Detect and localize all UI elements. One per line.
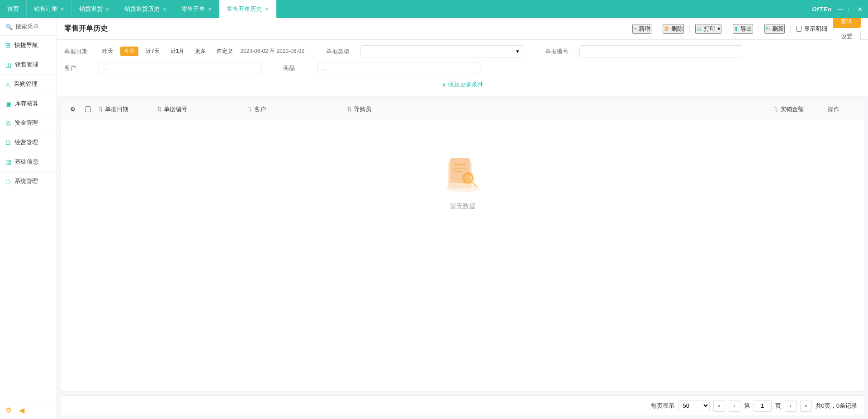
last-page-button[interactable]: » <box>800 400 812 412</box>
first-page-icon: « <box>717 403 721 409</box>
page-header: 零售开单历史 + 新增 🗑 删除 🖨 打印 ▾ <box>57 18 868 40</box>
content-area: 零售开单历史 + 新增 🗑 删除 🖨 打印 ▾ <box>57 18 868 419</box>
customer-input[interactable]: ... <box>99 62 261 74</box>
date-btn-yesterday[interactable]: 昨天 <box>99 47 117 56</box>
tab-retail-history-close[interactable]: ✕ <box>265 6 269 12</box>
collapse-label: 收起更多条件 <box>448 80 484 89</box>
sidebar-search[interactable]: 🔍 搜索采单 <box>0 18 57 36</box>
table-checkbox-all[interactable] <box>81 106 95 112</box>
tab-retail-open-close[interactable]: ✕ <box>208 6 212 12</box>
basic-info-icon: ▦ <box>5 158 11 165</box>
date-btn-last-month[interactable]: 近1月 <box>167 47 188 56</box>
sidebar-item-system[interactable]: ◌ 系统管理 <box>0 172 57 191</box>
refresh-button[interactable]: ↻ 刷新 <box>764 24 785 34</box>
quick-nav-icon: ⊞ <box>5 42 11 49</box>
collapse-button[interactable]: ∧ 收起更多条件 <box>442 79 484 90</box>
print-label: 打印 <box>704 25 716 33</box>
tab-sales-return-close[interactable]: ✕ <box>105 6 109 12</box>
prev-page-button[interactable]: ‹ <box>729 400 740 412</box>
sidebar-item-sales-mgmt[interactable]: ◫ 销售管理 <box>0 55 57 75</box>
add-button[interactable]: + 新增 <box>632 24 651 34</box>
empty-icon <box>440 155 485 195</box>
empty-state: 暂无数据 <box>61 118 864 247</box>
sidebar-item-sales-mgmt-label: 销售管理 <box>15 61 38 69</box>
system-icon: ◌ <box>5 178 11 185</box>
th-customer[interactable]: ⇅ 客户 <box>244 105 343 113</box>
sidebar-item-quick-nav[interactable]: ⊞ 快捷导航 <box>0 36 57 55</box>
page-input[interactable] <box>754 400 772 412</box>
sidebar: 🔍 搜索采单 ⊞ 快捷导航 ◫ 销售管理 ◬ 采购管理 ▣ 库存核算 ◎ 资金管… <box>0 18 57 419</box>
next-page-button[interactable]: › <box>785 400 797 412</box>
print-button[interactable]: 🖨 打印 ▾ <box>695 24 721 34</box>
tab-retail-open[interactable]: 零售开单 ✕ <box>174 0 219 18</box>
nav-tabs: 首页 销售订单 ✕ 销货退货 ✕ 销货退货历史 ✕ 零售开单 ✕ 零售开单历史 … <box>0 0 812 18</box>
type-select[interactable]: ▾ <box>360 45 523 57</box>
filter-collapse-row: ∧ 收起更多条件 <box>64 79 861 90</box>
tab-sales-order-close[interactable]: ✕ <box>60 6 64 12</box>
operations-icon: ⊡ <box>5 139 11 146</box>
tab-sales-return[interactable]: 销货退货 ✕ <box>72 0 117 18</box>
sidebar-item-finance-label: 资金管理 <box>14 119 38 127</box>
sidebar-item-finance[interactable]: ◎ 资金管理 <box>0 113 57 133</box>
tab-sales-return-history[interactable]: 销货退货历史 ✕ <box>117 0 174 18</box>
tab-sales-return-history-close[interactable]: ✕ <box>162 6 166 12</box>
th-date[interactable]: ⇅ 单据日期 <box>95 105 153 113</box>
last-page-icon: » <box>804 403 807 409</box>
th-order-no[interactable]: ⇅ 单据编号 <box>153 105 244 113</box>
sidebar-item-inventory[interactable]: ▣ 库存核算 <box>0 94 57 113</box>
filter-row-2: 客户 ... 商品 ... <box>64 62 861 74</box>
sidebar-item-basic-info[interactable]: ▦ 基础信息 <box>0 152 57 172</box>
tab-retail-open-label: 零售开单 <box>181 5 205 13</box>
th-order-no-label: 单据编号 <box>164 105 187 113</box>
tab-sales-order-label: 销售订单 <box>34 5 57 13</box>
per-page-select[interactable]: 50 10 20 100 <box>678 400 710 411</box>
sort-icon-order-no: ⇅ <box>157 106 162 113</box>
sidebar-collapse-icon[interactable]: ◀ <box>19 406 24 414</box>
sidebar-item-quick-nav-label: 快捷导航 <box>14 41 38 49</box>
sort-icon-customer: ⇅ <box>247 106 252 113</box>
print-arrow-icon: ▾ <box>717 25 721 32</box>
date-btn-today[interactable]: 今天 <box>120 47 138 56</box>
tab-home[interactable]: 首页 <box>0 0 27 18</box>
divider-1 <box>657 25 657 33</box>
th-customer-label: 客户 <box>254 105 266 113</box>
date-btn-custom[interactable]: 自定义 <box>213 47 237 56</box>
divider-5 <box>790 25 791 33</box>
goods-input[interactable]: ... <box>318 62 480 74</box>
add-label: 新增 <box>639 25 650 33</box>
first-page-button[interactable]: « <box>713 400 725 412</box>
maximize-button[interactable]: □ <box>849 6 852 13</box>
export-button[interactable]: ⬆ 导出 <box>733 24 753 34</box>
sidebar-item-system-label: 系统管理 <box>14 177 38 185</box>
th-amount-label: 实销金额 <box>780 105 804 113</box>
close-button[interactable]: ✕ <box>858 6 863 13</box>
divider-4 <box>759 25 759 33</box>
date-btn-last7[interactable]: 近7天 <box>142 47 163 56</box>
table-container: ⚙ ⇅ 单据日期 ⇅ 单据编号 ⇅ 客户 ⇅ <box>61 100 864 392</box>
display-checkbox[interactable] <box>796 26 802 32</box>
th-action-label: 操作 <box>828 105 840 113</box>
refresh-label: 刷新 <box>772 25 784 33</box>
table-settings-icon[interactable]: ⚙ <box>65 106 81 113</box>
sidebar-gear-icon[interactable]: ⚙ <box>5 406 12 414</box>
display-checkbox-container[interactable]: 显示明细 <box>796 25 827 33</box>
sidebar-item-basic-info-label: 基础信息 <box>15 158 38 166</box>
pagination-bar: 每页显示 50 10 20 100 « ‹ 第 页 › » 共0页，0条记录 <box>61 395 864 415</box>
tab-retail-history[interactable]: 零售开单历史 ✕ <box>219 0 276 18</box>
sidebar-bottom: ⚙ ◀ <box>0 401 57 419</box>
th-action: 操作 <box>824 105 860 113</box>
tab-sales-order[interactable]: 销售订单 ✕ <box>27 0 72 18</box>
sidebar-item-operations[interactable]: ⊡ 经营管理 <box>0 133 57 152</box>
query-button[interactable]: 查询 <box>833 18 861 28</box>
delete-button[interactable]: 🗑 删除 <box>663 24 684 34</box>
order-no-input[interactable] <box>579 45 742 57</box>
date-btn-more[interactable]: 更多 <box>191 47 209 56</box>
th-amount[interactable]: ⇅ 实销金额 <box>770 105 824 113</box>
sort-icon-date: ⇅ <box>98 106 103 113</box>
select-all-checkbox[interactable] <box>85 106 91 112</box>
page-title: 零售开单历史 <box>64 24 108 33</box>
empty-text: 暂无数据 <box>450 202 475 211</box>
sidebar-item-purchase-mgmt[interactable]: ◬ 采购管理 <box>0 75 57 94</box>
minimize-button[interactable]: — <box>837 6 843 13</box>
th-guide[interactable]: ⇅ 导购员 <box>343 105 398 113</box>
